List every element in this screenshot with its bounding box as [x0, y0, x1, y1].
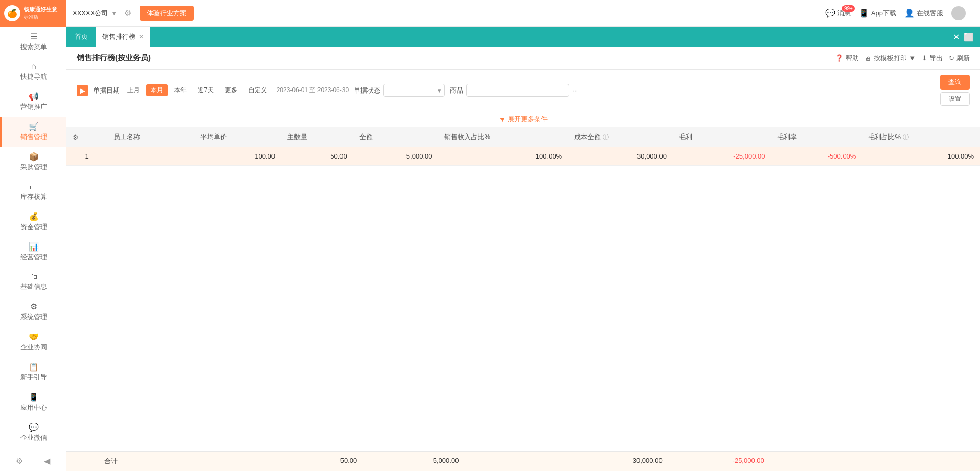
sidebar-item-basic-info[interactable]: 🗂 基础信息	[0, 267, 66, 297]
date-btn-custom[interactable]: 自定义	[244, 84, 271, 96]
refresh-button[interactable]: ↻ 刷新	[949, 54, 970, 63]
col-employee: 员工名称	[107, 127, 194, 147]
status-select-wrap	[383, 84, 445, 97]
goods-filter-label: 商品	[450, 86, 463, 95]
sidebar-item-purchase[interactable]: 📦 采购管理	[0, 147, 66, 177]
win-maximize-icon[interactable]: ⬜	[964, 32, 974, 42]
help-icon: ❓	[835, 54, 844, 62]
topbar: XXXXX公司 ▼ ⚙ 体验行业方案 💬 消息 99+ 📱 App下载 👤 在线…	[66, 0, 980, 27]
cell-gross-pct: 100.00%	[862, 147, 980, 166]
sidebar-logo: 🍊 畅康通好生意 标准版	[0, 0, 66, 27]
sidebar-item-search-order[interactable]: ☰ 搜索菜单	[0, 27, 66, 57]
sidebar-icon-sales: 🛒	[29, 122, 39, 131]
settings-button[interactable]: 设置	[940, 92, 970, 106]
cell-gross: -25,000.00	[673, 147, 771, 166]
tabbar: 首页 销售排行榜 ✕ ✕ ⬜	[66, 27, 980, 47]
expand-more-button[interactable]: ▼ 展开更多条件	[499, 115, 548, 124]
footer-avg-price	[170, 457, 261, 466]
date-btn-this-year[interactable]: 本年	[170, 84, 191, 96]
message-icon: 💬	[825, 8, 835, 18]
date-btn-more[interactable]: 更多	[220, 84, 242, 96]
cell-cost: 30,000.00	[568, 147, 673, 166]
main-area: XXXXX公司 ▼ ⚙ 体验行业方案 💬 消息 99+ 📱 App下载 👤 在线…	[66, 0, 980, 471]
cell-employee	[107, 147, 194, 166]
collapse-sidebar-icon[interactable]: ◀	[44, 456, 50, 466]
sidebar-icon-inventory: 🗃	[30, 182, 38, 191]
app-icon: 📱	[859, 8, 869, 18]
settings-footer-icon[interactable]: ⚙	[16, 456, 23, 466]
page-actions: ❓ 帮助 🖨 按模板打印 ▼ ⬇ 导出 ↻ 刷新	[835, 54, 970, 63]
sidebar-item-finance[interactable]: 💰 资金管理	[0, 207, 66, 237]
goods-input[interactable]	[466, 84, 569, 97]
help-button[interactable]: ❓ 帮助	[835, 54, 859, 63]
tab-home[interactable]: 首页	[66, 27, 96, 47]
expand-more-row: ▼ 展开更多条件	[66, 111, 980, 127]
sidebar-item-sales[interactable]: 🛒 销售管理	[0, 117, 66, 147]
sidebar-label-sales: 销售管理	[20, 132, 47, 142]
export-button[interactable]: ⬇ 导出	[922, 54, 943, 63]
sidebar-item-enterprise[interactable]: 🤝 企业协同	[0, 327, 66, 357]
status-select[interactable]	[383, 84, 445, 97]
sidebar-label-purchase: 采购管理	[20, 163, 47, 172]
table-footer: 合计 50.00 5,000.00 30,000.00 -25,000.00	[66, 451, 980, 471]
sidebar-label-finance: 资金管理	[20, 222, 47, 232]
col-gross-rate: 毛利率	[771, 127, 862, 147]
topbar-actions: 💬 消息 99+ 📱 App下载 👤 在线客服	[825, 6, 974, 20]
table-row[interactable]: 1 100.00 50.00 5,000.00 100.00% 30,000.0…	[66, 147, 980, 166]
app-download-action[interactable]: 📱 App下载	[859, 8, 896, 18]
sidebar-label-search-order: 搜索菜单	[20, 42, 47, 52]
page-title: 销售排行榜(按业务员)	[77, 53, 151, 63]
content-area: 销售排行榜(按业务员) ❓ 帮助 🖨 按模板打印 ▼ ⬇ 导出 ↻ 刷新	[66, 47, 980, 471]
trial-button[interactable]: 体验行业方案	[140, 6, 194, 21]
cost-info-icon[interactable]: ⓘ	[603, 133, 609, 141]
tab-close-icon[interactable]: ✕	[139, 33, 144, 40]
topbar-settings-icon[interactable]: ⚙	[124, 8, 131, 18]
goods-filter: 商品 ···	[450, 84, 578, 97]
service-label: 在线客服	[917, 9, 943, 18]
user-avatar[interactable]	[951, 6, 966, 20]
sidebar-item-guide[interactable]: 📋 新手引导	[0, 357, 66, 387]
status-filter: 单据状态	[354, 84, 445, 97]
date-filter: 单据日期 上月 本月 本年 近7天 更多 自定义	[93, 84, 271, 96]
query-button[interactable]: 查询	[940, 75, 970, 90]
date-btn-this-month[interactable]: 本月	[146, 84, 168, 96]
sidebar-item-inventory[interactable]: 🗃 库存核算	[0, 177, 66, 207]
col-settings[interactable]: ⚙	[66, 127, 107, 147]
sidebar-icon-marketing: 📢	[29, 92, 39, 101]
more-filters-icon[interactable]: ···	[573, 87, 578, 94]
sidebar-item-operations[interactable]: 📊 经营管理	[0, 237, 66, 267]
table-head: ⚙ 员工名称 平均单价 主数量 全额 销售收入占比% 成本全额 ⓘ 毛利 毛利率…	[66, 127, 980, 147]
sidebar-item-system[interactable]: ⚙ 系统管理	[0, 297, 66, 327]
sidebar-item-quick-nav[interactable]: ⌂ 快捷导航	[0, 57, 66, 86]
sidebar-nav: ☰ 搜索菜单 ⌂ 快捷导航 📢 营销推广 🛒 销售管理 📦 采购管理 🗃 库存核…	[0, 27, 66, 451]
company-selector[interactable]: XXXXX公司 ▼	[73, 9, 117, 18]
sidebar-label-system: 系统管理	[20, 312, 47, 322]
print-button[interactable]: 🖨 按模板打印 ▼	[865, 54, 916, 63]
date-btn-prev-month[interactable]: 上月	[123, 84, 144, 96]
date-btn-7days[interactable]: 近7天	[193, 84, 218, 96]
sidebar-icon-system: ⚙	[30, 302, 37, 311]
sidebar-item-app-center[interactable]: 📱 应用中心	[0, 387, 66, 417]
sidebar-label-enterprise-wechat: 企业微信	[20, 433, 47, 442]
gross-pct-info-icon[interactable]: ⓘ	[903, 133, 909, 141]
sidebar-icon-finance: 💰	[29, 212, 39, 221]
col-avg-price: 平均单价	[194, 127, 281, 147]
win-close-icon[interactable]: ✕	[953, 32, 960, 42]
sidebar-label-basic-info: 基础信息	[20, 282, 47, 291]
status-filter-label: 单据状态	[354, 86, 380, 95]
export-icon: ⬇	[922, 54, 927, 62]
cell-amount: 5,000.00	[353, 147, 439, 166]
help-label: 帮助	[846, 54, 859, 63]
sidebar-item-enterprise-wechat[interactable]: 💬 企业微信	[0, 417, 66, 447]
message-action[interactable]: 💬 消息 99+	[825, 8, 851, 18]
tab-sales-rank-label: 销售排行榜	[102, 32, 135, 41]
tab-sales-rank[interactable]: 销售排行榜 ✕	[96, 27, 150, 47]
online-service-action[interactable]: 👤 在线客服	[904, 8, 943, 18]
filter-expand-button[interactable]: ▶	[77, 85, 88, 96]
sidebar-label-enterprise: 企业协同	[20, 343, 47, 352]
date-filter-label: 单据日期	[93, 86, 120, 95]
footer-cost: 30,000.00	[577, 457, 669, 466]
page-header: 销售排行榜(按业务员) ❓ 帮助 🖨 按模板打印 ▼ ⬇ 导出 ↻ 刷新	[66, 47, 980, 70]
sidebar-item-marketing[interactable]: 📢 营销推广	[0, 86, 66, 117]
sidebar-icon-basic-info: 🗂	[30, 272, 38, 281]
